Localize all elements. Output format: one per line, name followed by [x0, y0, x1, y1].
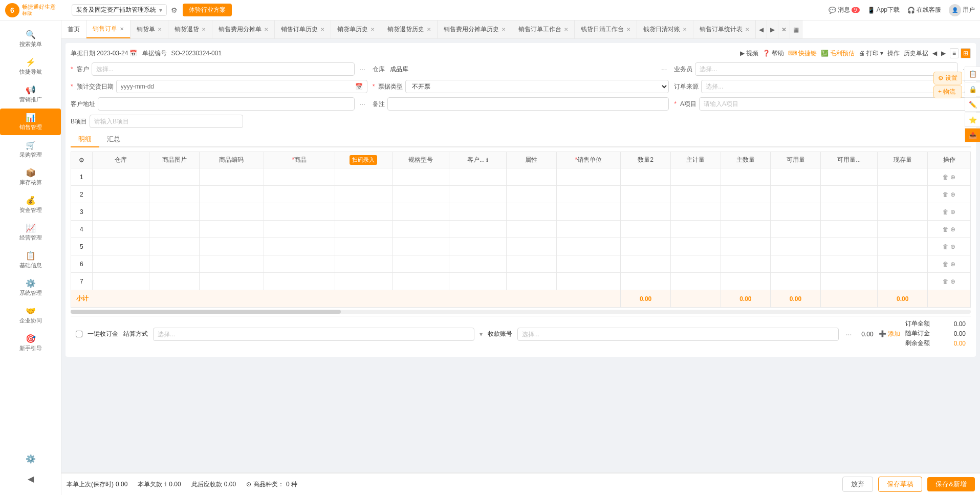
- profit-button[interactable]: 💹 毛利预估: [821, 49, 855, 58]
- row-name-3[interactable]: [264, 203, 335, 221]
- staff-input[interactable]: [695, 62, 958, 76]
- row-attr-1[interactable]: [507, 168, 557, 186]
- tab-close-sales-order[interactable]: ✕: [120, 26, 124, 32]
- row-warehouse-2[interactable]: [92, 186, 149, 203]
- delete-icon[interactable]: 🗑: [943, 243, 949, 250]
- row-warehouse-1[interactable]: [92, 168, 149, 186]
- video-button[interactable]: ▶ 视频: [740, 49, 758, 58]
- sidebar-item-marketing[interactable]: 📢 营销推广: [0, 81, 61, 107]
- tab-sales-bill[interactable]: 销货单 ✕: [130, 20, 168, 38]
- tab-sales-order[interactable]: 销售订单 ✕: [86, 20, 130, 38]
- calendar-icon[interactable]: 📅: [355, 83, 363, 90]
- row-scan-1[interactable]: [335, 168, 393, 186]
- tab-sales-expense[interactable]: 销售费用分摊单 ✕: [212, 20, 275, 38]
- copy-icon[interactable]: ⊕: [950, 226, 955, 233]
- tab-sales-bill-history[interactable]: 销货单历史 ✕: [331, 20, 381, 38]
- sidebar-item-operations[interactable]: 📈 经营管理: [0, 219, 61, 246]
- rp-edit-icon[interactable]: ✏️: [965, 97, 980, 112]
- tab-close-sales-bill[interactable]: ✕: [158, 27, 162, 32]
- sidebar-collapse-button[interactable]: ◀: [0, 470, 61, 489]
- row-spec-1[interactable]: [392, 168, 449, 186]
- delete-icon[interactable]: 🗑: [943, 174, 949, 181]
- account-more-button[interactable]: ···: [844, 330, 854, 338]
- message-button[interactable]: 💬 消息 9: [829, 6, 860, 14]
- online-support-button[interactable]: 🎧 在线客服: [907, 6, 941, 14]
- add-logistics-button[interactable]: + 物流: [933, 85, 962, 98]
- discard-button[interactable]: 放弃: [842, 477, 873, 492]
- save-new-button[interactable]: 保存&新增: [927, 477, 975, 491]
- row-name-2[interactable]: [264, 186, 335, 203]
- tab-prev-button[interactable]: ◀: [756, 20, 767, 38]
- tab-close-sales-history[interactable]: ✕: [320, 27, 324, 32]
- one-click-checkbox[interactable]: [76, 331, 82, 337]
- tab-close-stats[interactable]: ✕: [745, 27, 749, 32]
- sidebar-item-search[interactable]: 🔍 搜索菜单: [0, 26, 61, 52]
- tab-next-button[interactable]: ▶: [767, 20, 778, 38]
- delete-icon[interactable]: 🗑: [943, 226, 949, 233]
- delete-icon[interactable]: 🗑: [943, 208, 949, 216]
- tab-return-history[interactable]: 销货退货历史 ✕: [381, 20, 438, 38]
- help-button[interactable]: ❓ 帮助: [763, 49, 784, 58]
- row-code-1[interactable]: [200, 168, 264, 186]
- sidebar-item-basic[interactable]: 📋 基础信息: [0, 247, 61, 273]
- rp-star-icon[interactable]: ⭐: [965, 113, 980, 127]
- delete-icon[interactable]: 🗑: [943, 278, 949, 285]
- tab-close-sales-bill-history[interactable]: ✕: [371, 27, 375, 32]
- sidebar-item-collab[interactable]: 🤝 企业协同: [0, 302, 61, 329]
- address-input[interactable]: [98, 97, 355, 111]
- tab-close-cash-workbench[interactable]: ✕: [626, 27, 630, 32]
- th-warehouse[interactable]: 仓库: [92, 152, 149, 168]
- tab-close-all-button[interactable]: ✕: [778, 20, 790, 38]
- payment-method-input[interactable]: [153, 328, 474, 341]
- settings-icon[interactable]: ⚙: [171, 6, 178, 14]
- row-attr-2[interactable]: [507, 186, 557, 203]
- solution-button[interactable]: 体验行业方案: [183, 4, 232, 16]
- operations-button[interactable]: 操作: [887, 49, 900, 58]
- tab-sales-history[interactable]: 销售订单历史 ✕: [275, 20, 331, 38]
- rp-list-icon[interactable]: 📋: [965, 67, 980, 81]
- tab-close-sales-return[interactable]: ✕: [202, 27, 206, 32]
- prev-record-button[interactable]: ◀: [932, 50, 937, 57]
- copy-icon[interactable]: ⊕: [950, 191, 955, 198]
- sidebar-settings-button[interactable]: ⚙️: [0, 450, 61, 469]
- row-qty2-1[interactable]: [621, 168, 671, 186]
- sidebar-item-inventory[interactable]: 📦 库存核算: [0, 164, 61, 190]
- th-settings[interactable]: ⚙: [71, 152, 93, 168]
- invoice-type-select[interactable]: 不开票: [405, 80, 669, 93]
- remark-input[interactable]: [387, 97, 669, 111]
- delete-icon[interactable]: 🗑: [943, 261, 949, 268]
- add-payment-button[interactable]: ➕ 添加: [879, 330, 900, 338]
- b-project-input[interactable]: [90, 115, 243, 128]
- a-project-input[interactable]: [699, 97, 971, 111]
- copy-icon[interactable]: ⊕: [950, 174, 955, 181]
- row-unit-1[interactable]: [556, 168, 621, 186]
- row-unit-2[interactable]: [556, 186, 621, 203]
- tab-cash-reconcile[interactable]: 钱货日清对账 ✕: [637, 20, 693, 38]
- sidebar-item-sales[interactable]: 📊 销售管理: [0, 109, 61, 135]
- rp-export-icon[interactable]: 📤: [965, 128, 980, 142]
- row-scan-2[interactable]: [335, 186, 393, 203]
- sidebar-item-purchase[interactable]: 🛒 采购管理: [0, 136, 61, 163]
- customer-more-button[interactable]: ···: [357, 65, 367, 73]
- scan-button[interactable]: 扫码录入: [350, 155, 377, 165]
- tab-detail[interactable]: 明细: [71, 132, 99, 147]
- user-menu[interactable]: 👤 用户: [949, 4, 975, 16]
- row-name-1[interactable]: [264, 168, 335, 186]
- settings-panel-button[interactable]: ⚙ 设置: [933, 72, 962, 84]
- tab-close-return-history[interactable]: ✕: [427, 27, 431, 32]
- history-button[interactable]: 历史单据: [904, 49, 928, 58]
- tab-stats[interactable]: 销售订单统计表 ✕: [693, 20, 756, 38]
- tab-close-cash-reconcile[interactable]: ✕: [683, 27, 687, 32]
- tab-close-order-workbench[interactable]: ✕: [564, 27, 568, 32]
- delivery-date-input[interactable]: [121, 83, 355, 90]
- customer-input[interactable]: [92, 62, 355, 76]
- sidebar-item-quicknav[interactable]: ⚡ 快捷导航: [0, 53, 61, 80]
- row-main-qty-2[interactable]: [721, 186, 771, 203]
- view-toggle-list[interactable]: ≡: [950, 48, 959, 58]
- row-qty2-2[interactable]: [621, 186, 671, 203]
- row-spec-2[interactable]: [392, 186, 449, 203]
- tab-close-sales-expense[interactable]: ✕: [264, 27, 268, 32]
- print-button[interactable]: 🖨 打印 ▾: [859, 49, 883, 58]
- copy-icon[interactable]: ⊕: [950, 208, 955, 216]
- sidebar-item-finance[interactable]: 💰 资金管理: [0, 191, 61, 218]
